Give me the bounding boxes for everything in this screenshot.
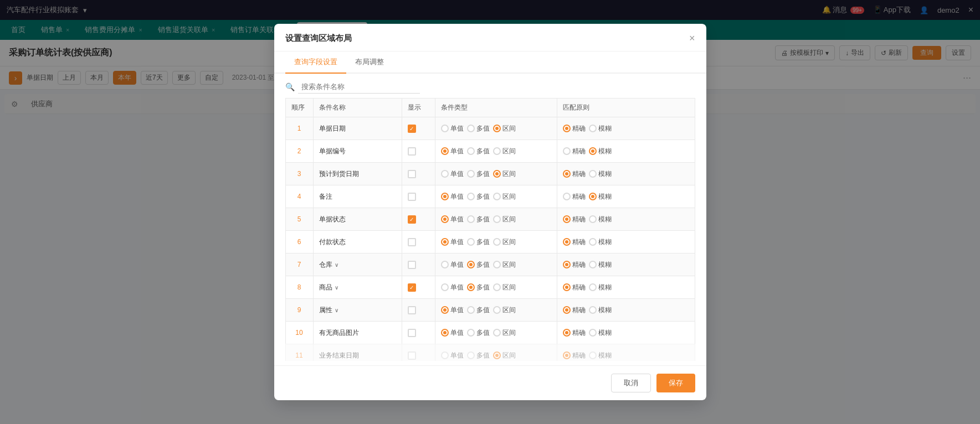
search-input[interactable] — [298, 80, 420, 94]
dialog-tabs: 查询字段设置 布局调整 — [274, 51, 706, 74]
row1-display[interactable]: ✓ — [402, 117, 435, 118]
row1-order: 1 — [286, 117, 314, 118]
row1-match: 精确 模糊 — [557, 117, 668, 118]
dialog-tab-layout[interactable]: 布局调整 — [346, 51, 393, 74]
table-row: 1 单据日期 ✓ 单值 多值 区间 精确 模糊 — [285, 117, 695, 118]
col-display: 显示 — [402, 99, 435, 117]
dialog-search-area: 🔍 — [274, 74, 706, 98]
search-icon: 🔍 — [285, 82, 295, 91]
modal-overlay: 设置查询区域布局 × 查询字段设置 布局调整 🔍 顺序 条件名称 显示 条件类型… — [0, 0, 980, 118]
dialog-tab-query-fields[interactable]: 查询字段设置 — [285, 51, 346, 74]
col-name: 条件名称 — [314, 99, 402, 117]
row1-type: 单值 多值 区间 — [435, 117, 557, 118]
dialog-table: 顺序 条件名称 显示 条件类型 匹配原则 1 单据日期 ✓ 单值 多值 区间 — [274, 98, 706, 118]
dialog-title: 设置查询区域布局 — [285, 33, 352, 50]
row1-name: 单据日期 — [314, 117, 402, 118]
col-type: 条件类型 — [435, 99, 557, 117]
dialog-header: 设置查询区域布局 × — [274, 24, 706, 51]
col-order: 顺序 — [286, 99, 314, 117]
col-match: 匹配原则 — [557, 99, 668, 117]
dialog: 设置查询区域布局 × 查询字段设置 布局调整 🔍 顺序 条件名称 显示 条件类型… — [274, 24, 706, 118]
table-header: 顺序 条件名称 显示 条件类型 匹配原则 — [285, 98, 695, 117]
dialog-close-btn[interactable]: × — [689, 33, 695, 51]
